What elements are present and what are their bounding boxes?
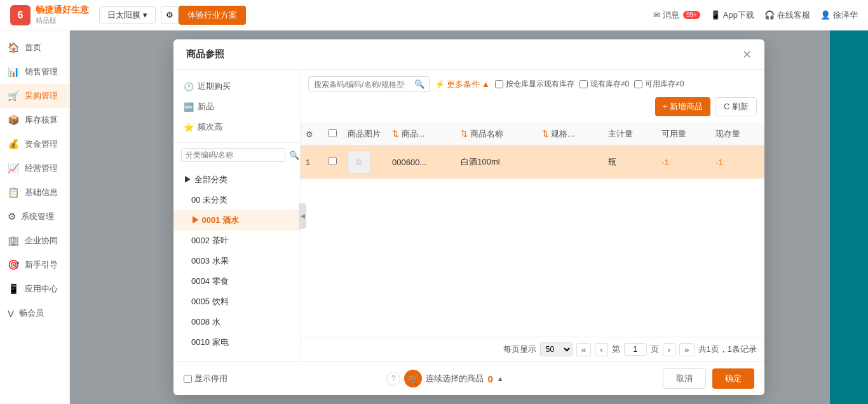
page-number-input[interactable]	[624, 343, 647, 356]
finance-icon: 💰	[8, 138, 20, 150]
stock-nonzero-text: 现有库存≠0	[590, 79, 629, 90]
sidebar-item-apps[interactable]: 📱 应用中心	[0, 277, 69, 301]
sidebar-item-member[interactable]: V 畅会员	[0, 301, 69, 325]
show-disabled-checkbox[interactable]	[184, 375, 192, 383]
category-search-icon[interactable]: 🔍	[289, 151, 299, 160]
row-checkbox[interactable]	[329, 157, 337, 165]
purchase-icon: 🛒	[8, 90, 20, 102]
add-product-button[interactable]: + 新增商品	[655, 97, 710, 116]
warehouse-filter-label[interactable]: 按仓库显示现有库存	[495, 79, 574, 90]
warehouse-filter-checkbox[interactable]	[495, 80, 503, 88]
quick-access-list: 🕐 近期购买 🆕 新品 ⭐ 频次高	[173, 76, 300, 143]
cancel-button[interactable]: 取消	[663, 368, 706, 389]
last-page-button[interactable]: »	[679, 343, 694, 356]
pagination-row: 每页显示 50 10 20 100 « ‹ 第 页	[301, 337, 764, 361]
product-search-wrap: 🔍	[308, 76, 430, 92]
quick-new[interactable]: 🆕 新品	[173, 97, 300, 117]
cat-fruit[interactable]: 0003 水果	[173, 251, 300, 271]
cat-all[interactable]: ▶ 全部分类	[173, 170, 300, 190]
sidebar-item-label: 系统管理	[21, 211, 54, 222]
sidebar-item-label: 新手引导	[25, 259, 58, 271]
per-page-label: 每页显示	[503, 344, 536, 355]
modal-title: 商品参照	[186, 48, 224, 60]
row-spec	[537, 145, 603, 179]
more-filter-button[interactable]: ⚡ 更多条件 ▲	[435, 79, 490, 90]
stock-nonzero-label[interactable]: 现有库存≠0	[580, 79, 629, 90]
cat-liquor[interactable]: ▶ 0001 酒水	[173, 210, 300, 231]
quick-frequent-label: 频次高	[198, 121, 222, 133]
next-page-button[interactable]: ›	[663, 343, 675, 356]
prev-page-button[interactable]: ‹	[595, 343, 607, 356]
available-nonzero-label[interactable]: 可用库存≠0	[634, 79, 684, 90]
cat-tea[interactable]: 0002 茶叶	[173, 231, 300, 251]
show-disabled-text: 显示停用	[194, 373, 227, 384]
row-check[interactable]	[323, 145, 342, 179]
system-icon: ⚙	[8, 211, 16, 222]
total-label: 共1页，1条记录	[698, 344, 757, 355]
table-row[interactable]: 1 🖼 000600... 白酒100ml	[301, 145, 764, 179]
select-all-checkbox[interactable]	[329, 129, 337, 137]
app-download-button[interactable]: 📱 App下载	[710, 10, 754, 21]
sidebar-item-finance[interactable]: 💰 资金管理	[0, 132, 69, 156]
messages-label: 消息	[663, 10, 679, 21]
first-page-button[interactable]: «	[576, 343, 591, 356]
sales-icon: 📊	[8, 66, 20, 77]
settings-icon[interactable]: ⚙	[161, 6, 179, 24]
cat-appliance[interactable]: 0010 家电	[173, 332, 300, 353]
col-code-sort-icon: ⇅	[392, 129, 399, 138]
quick-frequent[interactable]: ⭐ 频次高	[173, 117, 300, 137]
cart-label: 连续选择的商品	[426, 373, 484, 384]
panel-collapse-button[interactable]: ◀	[299, 203, 306, 229]
cart-icon[interactable]: 🛒	[404, 370, 422, 387]
member-icon: V	[8, 308, 14, 319]
main-content: 商品参照 ✕ 🕐 近期购买 🆕	[70, 30, 868, 404]
modal-body: 🕐 近期购买 🆕 新品 ⭐ 频次高	[173, 70, 764, 361]
refresh-button[interactable]: C 刷新	[715, 97, 757, 116]
col-spec[interactable]: ⇅ 规格...	[537, 123, 603, 145]
col-settings[interactable]: ⚙	[301, 123, 323, 145]
modal-close-button[interactable]: ✕	[742, 49, 752, 60]
sidebar-item-enterprise[interactable]: 🏢 企业协同	[0, 229, 69, 253]
navbar: 6 畅捷通好生意 精品版 日太阳膜 ▾ ⚙ 体验行业方案 ✉ 消息 99+ 📱 …	[0, 0, 868, 30]
exp-button[interactable]: 体验行业方案	[179, 6, 246, 25]
warehouse-filter-text: 按仓库显示现有库存	[506, 79, 574, 90]
stock-nonzero-checkbox[interactable]	[580, 80, 588, 88]
sidebar-item-sales[interactable]: 📊 销售管理	[0, 60, 69, 84]
col-check	[323, 123, 342, 145]
sidebar-item-label: 经营管理	[25, 163, 58, 174]
basic-icon: 📋	[8, 187, 20, 198]
messages-button[interactable]: ✉ 消息 99+	[653, 10, 700, 21]
help-button[interactable]: ?	[386, 372, 400, 386]
new-icon: 🆕	[184, 102, 194, 112]
quick-recent[interactable]: 🕐 近期购买	[173, 76, 300, 97]
headset-icon: 🎧	[764, 10, 775, 20]
cart-collapse-icon[interactable]: ▲	[497, 375, 504, 382]
col-stock: 现存量	[710, 123, 764, 145]
sidebar-item-home[interactable]: 🏠 首页	[0, 36, 69, 60]
product-search-input[interactable]	[309, 77, 410, 91]
col-spec-sort-icon: ⇅	[542, 129, 549, 138]
sidebar-item-basic[interactable]: 📋 基础信息	[0, 180, 69, 205]
show-disabled-label[interactable]: 显示停用	[184, 373, 227, 384]
cat-snack[interactable]: 0004 零食	[173, 271, 300, 292]
col-unit: 主计量	[603, 123, 657, 145]
sidebar-item-operation[interactable]: 📈 经营管理	[0, 156, 69, 180]
branch-selector[interactable]: 日太阳膜 ▾	[99, 6, 156, 24]
sidebar-item-purchase[interactable]: 🛒 采购管理	[0, 84, 69, 108]
col-name[interactable]: ⇅ 商品名称	[456, 123, 536, 145]
star-icon: ⭐	[184, 123, 194, 132]
service-button[interactable]: 🎧 在线客服	[764, 10, 810, 21]
product-search-button[interactable]: 🔍	[410, 77, 429, 91]
sidebar-item-guide[interactable]: 🎯 新手引导	[0, 253, 69, 277]
sidebar-item-system[interactable]: ⚙ 系统管理	[0, 205, 69, 229]
available-nonzero-checkbox[interactable]	[634, 80, 642, 88]
cat-water[interactable]: 0008 水	[173, 312, 300, 332]
user-button[interactable]: 👤 徐泽华	[820, 10, 858, 21]
cat-beverage[interactable]: 0005 饮料	[173, 292, 300, 312]
sidebar-item-inventory[interactable]: 📦 库存核算	[0, 108, 69, 132]
per-page-select[interactable]: 50 10 20 100	[540, 342, 573, 356]
cat-uncategorized[interactable]: 00 未分类	[173, 190, 300, 210]
col-code[interactable]: ⇅ 商品...	[387, 123, 456, 145]
confirm-button[interactable]: 确定	[712, 368, 754, 389]
category-search-input[interactable]	[181, 148, 285, 162]
